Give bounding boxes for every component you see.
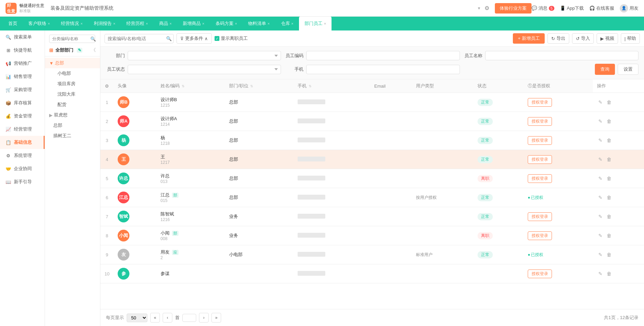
sidebar-item-finance[interactable]: 💰 资金管理 [0,109,45,123]
delete-button[interactable]: 🗑 [605,194,613,201]
edit-button[interactable]: ✎ [597,99,604,106]
sidebar-item-marketing[interactable]: 📢 营销推广 [0,57,45,70]
nav-tab-bom[interactable]: 物料清单 × [243,17,275,30]
dept-filter-select[interactable] [128,51,281,60]
dept-node-project[interactable]: 项目库房 [45,79,100,89]
sidebar-item-inventory[interactable]: 📦 库存核算 [0,96,45,109]
search-input[interactable] [105,34,174,43]
close-icon[interactable]: × [80,21,82,26]
dept-node-zongbu[interactable]: 总部 [45,120,100,131]
auth-button[interactable]: 授权登录 [528,174,552,183]
sidebar-item-system[interactable]: ⚙ 系统管理 [0,149,45,162]
close-icon[interactable]: × [235,21,237,26]
edit-button[interactable]: ✎ [597,194,604,201]
delete-button[interactable]: 🗑 [605,213,613,220]
search-submit-button[interactable]: 查询 [595,64,615,75]
delete-button[interactable]: 🗑 [605,270,613,277]
dept-search-input[interactable] [49,35,95,43]
emp-code-input[interactable] [306,51,460,60]
auth-button[interactable]: 授权登录 [528,270,552,278]
col-settings[interactable]: ⚙ [100,79,114,93]
sidebar-item-search[interactable]: 🔍 搜索菜单 [0,30,45,44]
nav-tab-profit[interactable]: 利润报告 × [88,17,121,30]
dept-search-icon[interactable]: 🔍 [90,36,96,42]
sidebar-item-basic[interactable]: 📋 基础信息 [0,136,45,149]
auth-button[interactable]: 授权登录 [528,231,552,240]
delete-button[interactable]: 🗑 [605,251,613,258]
nav-tab-warehouse[interactable]: 仓库 × [275,17,299,30]
dept-node-chashuwang[interactable]: 插树王二 [45,131,100,141]
settings-submit-button[interactable]: 设置 [618,64,638,75]
user-menu[interactable]: 👤 用友 [620,4,638,12]
sidebar-item-purchase[interactable]: 🛒 采购管理 [0,83,45,96]
delete-button[interactable]: 🗑 [605,118,613,125]
per-page-select[interactable]: 50 100 200 [127,314,147,322]
auth-button[interactable]: 授权登录 [528,212,552,221]
dept-node-small-electric[interactable]: 小电部 [45,68,100,79]
emp-status-select[interactable] [128,65,281,74]
close-icon[interactable]: × [113,21,115,26]
edit-button[interactable]: ✎ [597,137,604,144]
col-name[interactable]: 姓名/编码 ⇅ [156,79,225,93]
import-button[interactable]: ↺ 导入 [572,33,594,44]
edit-button[interactable]: ✎ [597,118,604,125]
nav-tab-add-product[interactable]: 新增商品 × [177,17,210,30]
edit-button[interactable]: ✎ [597,156,604,163]
close-icon[interactable]: × [324,21,326,26]
export-button[interactable]: ↻ 导出 [547,33,569,44]
auth-button[interactable]: 授权登录 [528,155,552,164]
auth-button[interactable]: 授权登录 [528,136,552,145]
nav-tab-customer[interactable]: 客户联络 × [23,17,55,30]
add-employee-button[interactable]: + 新增员工 [513,33,544,44]
delete-button[interactable]: 🗑 [605,137,613,144]
more-filters-button[interactable]: ⊽ 更多条件 ∧ [176,33,212,44]
edit-button[interactable]: ✎ [597,251,604,258]
trial-button[interactable]: 体验行业方案 [495,3,532,14]
phone-filter-input[interactable] [306,65,460,74]
search-button[interactable]: 🔍 [166,36,172,41]
delete-button[interactable]: 🗑 [605,175,613,182]
col-dept[interactable]: 部门/职位 ⇅ [225,79,293,93]
sidebar-item-collab[interactable]: 🤝 企业协同 [0,162,45,175]
view-button[interactable]: ▶ 视频 [597,33,618,44]
sidebar-item-guide[interactable]: 📖 新手引导 [0,175,45,188]
emp-name-input[interactable] [485,51,638,60]
close-icon[interactable]: × [170,21,172,26]
close-icon[interactable]: × [146,21,148,26]
nav-tab-operation[interactable]: 经营情况 × [55,17,88,30]
collapse-tree-button[interactable]: 《 [91,47,96,53]
close-icon[interactable]: × [291,21,293,26]
dept-all-item[interactable]: ⊞ 全部部门 ✎ 《 [45,44,100,56]
dept-node-shenyang[interactable]: 沈阳大库 [45,89,100,99]
system-dropdown-arrow[interactable]: ▾ [478,6,480,11]
nav-tab-history[interactable]: 经营历程 × [121,17,153,30]
edit-button[interactable]: ✎ [597,213,604,220]
next-page-button[interactable]: › [199,313,209,323]
nav-tab-barcode[interactable]: 条码方案 × [210,17,243,30]
first-page-button[interactable]: « [150,313,160,323]
prev-page-button[interactable]: ‹ [163,313,172,323]
sidebar-item-sales[interactable]: 📊 销售管理 [0,70,45,83]
auth-button[interactable]: 授权登录 [528,98,552,107]
close-icon[interactable]: × [202,21,204,26]
nav-tab-product[interactable]: 商品 × [154,17,177,30]
delete-button[interactable]: 🗑 [605,232,613,239]
app-download-button[interactable]: 📱 App下载 [560,5,584,11]
sidebar-item-shortcut[interactable]: ⊞ 快捷导航 [0,44,45,57]
settings-icon[interactable]: ⚙ [484,5,489,11]
close-icon[interactable]: × [267,21,270,26]
dept-node-headquarter[interactable]: ▼总部 [45,58,100,68]
message-button[interactable]: 💬 消息 5 [532,5,554,11]
edit-button[interactable]: ✎ [597,270,604,277]
dept-edit-icon[interactable]: ✎ [77,48,82,53]
auth-button[interactable]: 授权登录 [528,117,552,126]
delete-button[interactable]: 🗑 [605,156,613,163]
last-page-button[interactable]: » [211,313,221,323]
show-resigned-toggle[interactable]: ✓ 显示离职员工 [215,35,248,42]
dept-node-shuanghu[interactable]: ▶双虎想 [45,110,100,120]
sidebar-item-business[interactable]: 📈 经营管理 [0,123,45,136]
edit-button[interactable]: ✎ [597,175,604,182]
nav-tab-employees[interactable]: 部门员工 × [299,17,332,30]
online-service-button[interactable]: 🎧 在线客服 [589,5,614,11]
dept-node-peihe[interactable]: 配货 [45,99,100,110]
